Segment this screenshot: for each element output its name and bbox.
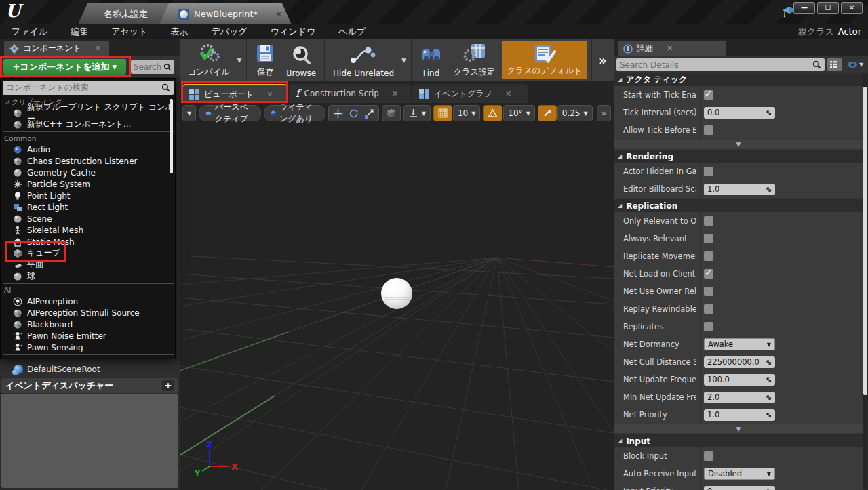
menu-item-4[interactable]: デバッグ: [199, 26, 258, 38]
component-item[interactable]: 球: [1, 270, 176, 282]
component-item[interactable]: Point Light: [1, 190, 176, 201]
component-item[interactable]: Audio: [1, 144, 176, 155]
close-icon[interactable]: ✕: [667, 44, 673, 53]
move-tool-icon[interactable]: [333, 108, 343, 119]
chevron-down-icon[interactable]: ▼: [235, 57, 243, 64]
checkbox[interactable]: [704, 125, 713, 135]
details-section-header[interactable]: ◢アクタ ティック: [614, 73, 863, 86]
rotation-snap-value-button[interactable]: 10° ▼: [503, 105, 534, 121]
coordinate-space-button[interactable]: [382, 105, 401, 121]
drag-handle-icon[interactable]: ↔: [764, 374, 774, 385]
menu-item-1[interactable]: 編集: [59, 26, 100, 38]
window-tab-blueprint[interactable]: NewBlueprint* ✕: [159, 3, 292, 24]
toolbar-overflow-button[interactable]: »: [599, 52, 614, 68]
view-options-button[interactable]: ▼: [845, 58, 865, 71]
number-input[interactable]: 0.0↔: [704, 107, 775, 119]
compile-button[interactable]: コンパイル: [182, 39, 235, 81]
checkbox[interactable]: [704, 304, 713, 314]
parent-class-value[interactable]: Actor: [838, 26, 861, 37]
details-section-header[interactable]: ◢Rendering: [614, 150, 863, 163]
component-item[interactable]: Rect Light: [1, 201, 176, 213]
component-item[interactable]: Static Mesh: [1, 236, 176, 247]
hide-unrelated-button[interactable]: Hide Unrelated: [328, 39, 399, 81]
tab-event-graph[interactable]: イベントグラフ ✕: [412, 84, 528, 103]
tab-components[interactable]: コンポーネント ✕: [4, 41, 109, 56]
class-defaults-button[interactable]: クラスのデフォルト: [502, 41, 588, 79]
menu-item-5[interactable]: ウィンドウ: [259, 26, 328, 38]
tab-details[interactable]: i 詳細 ✕: [618, 41, 726, 56]
number-input[interactable]: 1.0↔: [704, 409, 775, 421]
menu-item-6[interactable]: ヘルプ: [327, 26, 377, 38]
tab-viewport[interactable]: ビューポート ✕: [182, 84, 288, 103]
close-icon[interactable]: ✕: [275, 9, 282, 19]
checkbox[interactable]: [704, 167, 713, 176]
drag-handle-icon[interactable]: ↔: [764, 107, 774, 118]
component-item[interactable]: AIPerception Stimuli Source: [1, 307, 176, 319]
component-item[interactable]: Pawn Sensing: [1, 342, 176, 353]
details-section-header[interactable]: ◢Replication: [614, 199, 863, 212]
checkbox[interactable]: [704, 269, 713, 279]
sphere-mesh[interactable]: [381, 278, 412, 309]
number-input[interactable]: 100.0↔: [704, 374, 775, 386]
checkbox[interactable]: [704, 451, 713, 461]
details-section-header[interactable]: ◢Input: [614, 434, 863, 447]
save-button[interactable]: 保存: [250, 39, 281, 81]
menu-item-3[interactable]: 表示: [159, 26, 199, 38]
close-icon[interactable]: ✕: [95, 44, 101, 53]
component-item[interactable]: Blackboard: [1, 319, 176, 330]
component-filter-input[interactable]: コンポーネントの検索: [3, 81, 174, 95]
drag-handle-icon[interactable]: ↔: [764, 409, 774, 420]
component-item[interactable]: Chaos Destruction Listener: [1, 155, 176, 167]
details-scrollbar-thumb[interactable]: [863, 87, 867, 395]
scale-snap-value-button[interactable]: 0.25 ▼: [557, 105, 593, 121]
browse-button[interactable]: Browse: [281, 39, 321, 81]
maximize-button[interactable]: ☐: [817, 2, 839, 14]
component-item[interactable]: 平面: [1, 259, 176, 270]
chevron-down-icon[interactable]: ▼: [399, 57, 408, 64]
drag-handle-icon[interactable]: ↔: [764, 392, 774, 403]
checkbox[interactable]: [704, 216, 713, 226]
scale-tool-icon[interactable]: [364, 108, 374, 119]
close-icon[interactable]: ✕: [505, 89, 511, 98]
dropdown-select[interactable]: Disabled▼: [704, 468, 775, 480]
perspective-button[interactable]: パースペクティブ: [199, 105, 261, 121]
section-expander[interactable]: ▼: [614, 140, 863, 148]
lit-mode-button[interactable]: ライティングあり: [264, 105, 326, 121]
component-list-scrollbar[interactable]: [170, 99, 173, 173]
class-settings-button[interactable]: クラス設定: [448, 39, 500, 81]
close-icon[interactable]: ✕: [267, 90, 273, 99]
scale-snap-toggle[interactable]: [538, 105, 557, 121]
dropdown-select[interactable]: Awake▼: [704, 338, 775, 350]
rotate-tool-icon[interactable]: [349, 108, 359, 119]
surface-snap-button[interactable]: ▼: [403, 105, 431, 121]
checkbox[interactable]: [704, 287, 713, 296]
section-expander[interactable]: ▼: [614, 424, 863, 433]
details-search-input[interactable]: Search Details: [616, 58, 825, 71]
event-dispatcher-header[interactable]: イベントディスパッチャー +: [1, 378, 178, 393]
add-dispatcher-button[interactable]: +: [162, 380, 174, 391]
component-item[interactable]: 新規ブループリント スクリプト コンポー: [1, 107, 176, 119]
component-item[interactable]: Scene: [1, 213, 176, 224]
viewport-options-button[interactable]: ▼: [182, 105, 196, 121]
components-search-input[interactable]: Search: [131, 60, 174, 74]
menu-item-0[interactable]: ファイル: [0, 26, 59, 38]
checkbox[interactable]: [704, 90, 713, 100]
component-item[interactable]: AIPerception: [1, 295, 176, 307]
minimize-button[interactable]: —: [793, 2, 815, 14]
drag-handle-icon[interactable]: ↔: [764, 486, 774, 490]
component-item[interactable]: キューブ: [1, 247, 176, 259]
grid-snap-toggle[interactable]: [433, 105, 452, 121]
component-item[interactable]: Geometry Cache: [1, 167, 176, 178]
grid-snap-value-button[interactable]: 10 ▼: [453, 105, 480, 121]
number-input[interactable]: 1.0↔: [704, 184, 775, 195]
menu-item-2[interactable]: アセット: [100, 26, 159, 38]
property-matrix-button[interactable]: [827, 58, 842, 71]
checkbox[interactable]: [704, 234, 713, 243]
component-item[interactable]: Skeletal Mesh: [1, 224, 176, 236]
number-input[interactable]: 0↔: [704, 486, 775, 490]
component-item[interactable]: Particle System: [1, 178, 176, 190]
close-icon[interactable]: ✕: [392, 89, 398, 98]
drag-handle-icon[interactable]: ↔: [764, 184, 774, 195]
drag-handle-icon[interactable]: ↔: [764, 356, 774, 367]
viewport-3d[interactable]: Z X Y ▼ パースペクティブ: [180, 103, 614, 490]
